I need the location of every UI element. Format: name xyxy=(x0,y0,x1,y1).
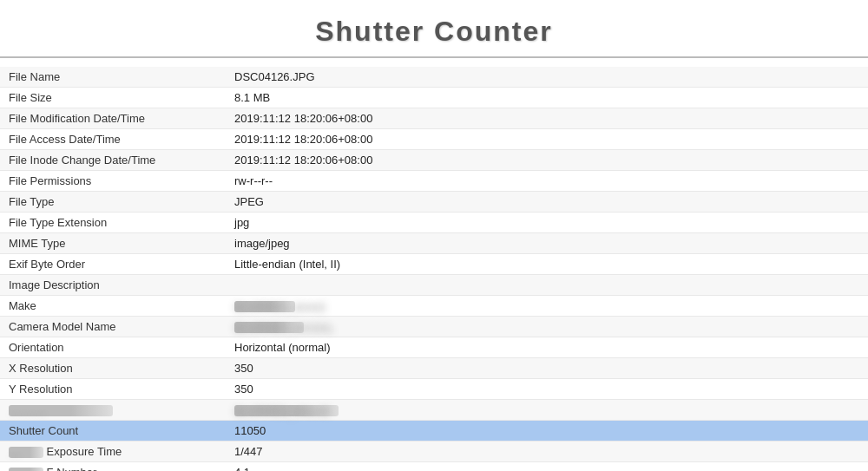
table-row: File Permissionsrw-r--r-- xyxy=(0,171,868,192)
table-row: MakeBLURRED_MAKE xyxy=(0,296,868,317)
table-row: ............BLURRED_VALUE xyxy=(0,400,868,421)
table-row: File Inode Change Date/Time2019:11:12 18… xyxy=(0,150,868,171)
page-title: Shutter Counter xyxy=(315,16,553,47)
table-row: Shutter Count11050 xyxy=(0,421,868,442)
table-row: File Access Date/Time2019:11:12 18:20:06… xyxy=(0,129,868,150)
table-row: .... Exposure Time1/447 xyxy=(0,442,868,462)
table-row: OrientationHorizontal (normal) xyxy=(0,337,868,358)
table-row: File Size8.1 MB xyxy=(0,88,868,108)
table-row: .... F Number4.1 xyxy=(0,462,868,471)
metadata-table: File NameDSC04126.JPGFile Size8.1 MBFile… xyxy=(0,67,868,471)
table-row: Camera Model NameBLURRED_MODEL xyxy=(0,317,868,337)
table-row: Image Description xyxy=(0,275,868,296)
table-row: File Modification Date/Time2019:11:12 18… xyxy=(0,108,868,129)
table-row: File Type Extensionjpg xyxy=(0,213,868,233)
table-row: Y Resolution350 xyxy=(0,379,868,400)
table-row: X Resolution350 xyxy=(0,358,868,379)
table-row: MIME Typeimage/jpeg xyxy=(0,233,868,254)
page-header: Shutter Counter xyxy=(0,0,868,58)
table-row: File NameDSC04126.JPG xyxy=(0,67,868,88)
table-row: Exif Byte OrderLittle-endian (Intel, II) xyxy=(0,254,868,275)
table-row: File TypeJPEG xyxy=(0,192,868,213)
